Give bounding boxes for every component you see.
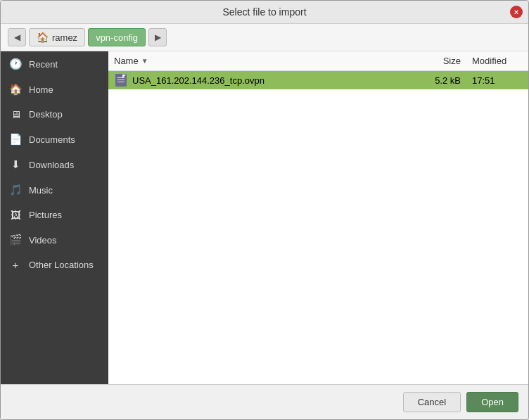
sidebar-item-desktop[interactable]: 🖥 Desktop [1, 102, 108, 127]
sidebar-item-desktop-label: Desktop [29, 109, 63, 120]
file-size: 5.2 kB [417, 75, 466, 86]
file-type-icon [114, 74, 128, 87]
title-bar: Select file to import × [1, 1, 528, 24]
column-size[interactable]: Size [417, 54, 466, 68]
file-table-header: Name ▼ Size Modified [108, 51, 528, 71]
sidebar-item-home-label: Home [29, 84, 53, 95]
breadcrumb-ramez-label: ramez [52, 32, 77, 43]
file-panel: Name ▼ Size Modified [108, 51, 528, 384]
sidebar-item-other-locations[interactable]: + Other Locations [1, 253, 108, 277]
column-size-label: Size [443, 56, 461, 66]
sidebar-item-other-locations-label: Other Locations [29, 260, 94, 270]
open-button[interactable]: Open [466, 392, 518, 412]
home-breadcrumb-icon: 🏠 [37, 32, 49, 43]
sidebar-item-downloads-label: Downloads [29, 160, 74, 170]
back-button[interactable]: ◀ [8, 28, 26, 46]
sidebar-item-music[interactable]: 🎵 Music [1, 177, 108, 203]
desktop-icon: 🖥 [9, 108, 22, 120]
breadcrumb-vpn-label: vpn-config [96, 32, 138, 43]
column-name-label: Name [114, 56, 139, 66]
videos-icon: 🎬 [9, 234, 22, 246]
sidebar-item-pictures[interactable]: 🖼 Pictures [1, 203, 108, 227]
file-name: USA_161.202.144.236_tcp.ovpn [132, 75, 417, 86]
recent-icon: 🕐 [9, 58, 22, 70]
toolbar: ◀ 🏠 ramez vpn-config ▶ [1, 24, 528, 51]
dialog-title: Select file to import [222, 6, 306, 18]
cancel-button[interactable]: Cancel [403, 392, 461, 412]
sidebar-item-videos-label: Videos [29, 235, 57, 246]
pictures-icon: 🖼 [9, 209, 22, 221]
column-name[interactable]: Name ▼ [114, 54, 417, 68]
forward-button[interactable]: ▶ [148, 28, 167, 46]
column-modified-label: Modified [472, 56, 506, 66]
sidebar-item-documents-label: Documents [29, 134, 75, 145]
sidebar-item-documents[interactable]: 📄 Documents [1, 127, 108, 152]
sidebar-item-videos[interactable]: 🎬 Videos [1, 227, 108, 253]
dialog: Select file to import × ◀ 🏠 ramez vpn-co… [0, 0, 529, 420]
breadcrumb-ramez[interactable]: 🏠 ramez [29, 28, 85, 46]
breadcrumb-vpn-config[interactable]: vpn-config [88, 28, 146, 46]
sidebar-item-recent[interactable]: 🕐 Recent [1, 51, 108, 77]
sidebar-item-music-label: Music [29, 185, 53, 196]
footer: Cancel Open [1, 384, 528, 419]
sidebar-item-pictures-label: Pictures [29, 210, 62, 220]
downloads-icon: ⬇ [9, 158, 22, 171]
sidebar-item-downloads[interactable]: ⬇ Downloads [1, 152, 108, 177]
sort-arrow-icon: ▼ [141, 57, 148, 65]
close-button[interactable]: × [510, 6, 523, 18]
other-locations-icon: + [9, 259, 22, 271]
file-list: USA_161.202.144.236_tcp.ovpn 5.2 kB 17:5… [108, 71, 528, 384]
sidebar-item-recent-label: Recent [29, 59, 58, 70]
column-modified[interactable]: Modified [466, 54, 523, 68]
table-row[interactable]: USA_161.202.144.236_tcp.ovpn 5.2 kB 17:5… [108, 71, 528, 89]
sidebar: 🕐 Recent 🏠 Home 🖥 Desktop 📄 Documents ⬇ … [1, 51, 108, 384]
documents-icon: 📄 [9, 133, 22, 146]
sidebar-item-home[interactable]: 🏠 Home [1, 77, 108, 102]
content-area: 🕐 Recent 🏠 Home 🖥 Desktop 📄 Documents ⬇ … [1, 51, 528, 384]
file-modified: 17:51 [466, 75, 523, 86]
music-icon: 🎵 [9, 184, 22, 196]
home-icon: 🏠 [9, 83, 22, 96]
